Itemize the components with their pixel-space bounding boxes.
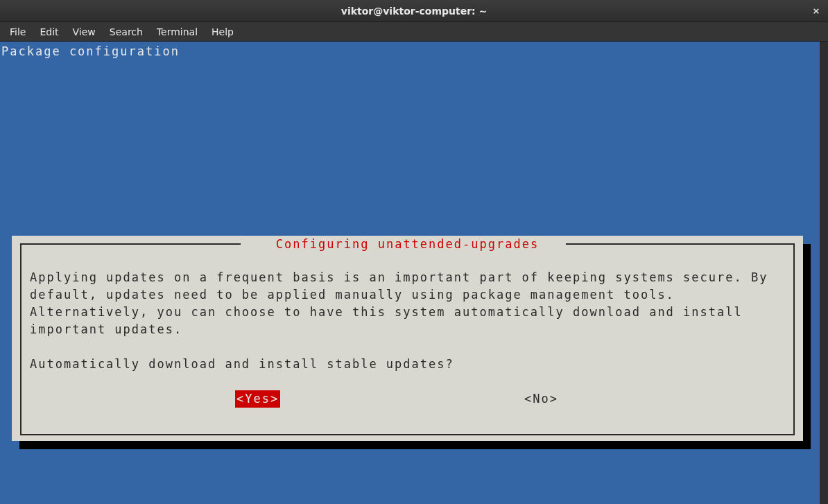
menu-terminal[interactable]: Terminal	[150, 24, 205, 40]
menu-help[interactable]: Help	[205, 24, 241, 40]
config-dialog: Configuring unattended-upgrades Applying…	[12, 236, 803, 441]
close-icon[interactable]: ×	[810, 4, 822, 17]
no-button[interactable]: <No>	[524, 390, 558, 408]
menu-edit[interactable]: Edit	[33, 24, 65, 40]
menu-view[interactable]: View	[66, 24, 103, 40]
window-titlebar: viktor@viktor-computer: ~ ×	[0, 0, 828, 22]
terminal-content[interactable]: Package configuration Configuring unatte…	[0, 42, 820, 504]
dialog-title: Configuring unattended-upgrades	[12, 236, 803, 253]
menu-file[interactable]: File	[3, 24, 33, 40]
dialog-body-text: Applying updates on a frequent basis is …	[30, 269, 785, 338]
window-title: viktor@viktor-computer: ~	[341, 6, 488, 17]
menu-search[interactable]: Search	[103, 24, 150, 40]
terminal-viewport: Package configuration Configuring unatte…	[0, 42, 828, 504]
menubar: File Edit View Search Terminal Help	[0, 22, 828, 42]
dialog-button-row: <Yes> <No>	[12, 390, 803, 408]
yes-button[interactable]: <Yes>	[235, 390, 280, 408]
page-title: Package configuration	[1, 43, 180, 60]
scrollbar[interactable]	[820, 42, 828, 504]
dialog-question: Automatically download and install stabl…	[30, 356, 785, 373]
